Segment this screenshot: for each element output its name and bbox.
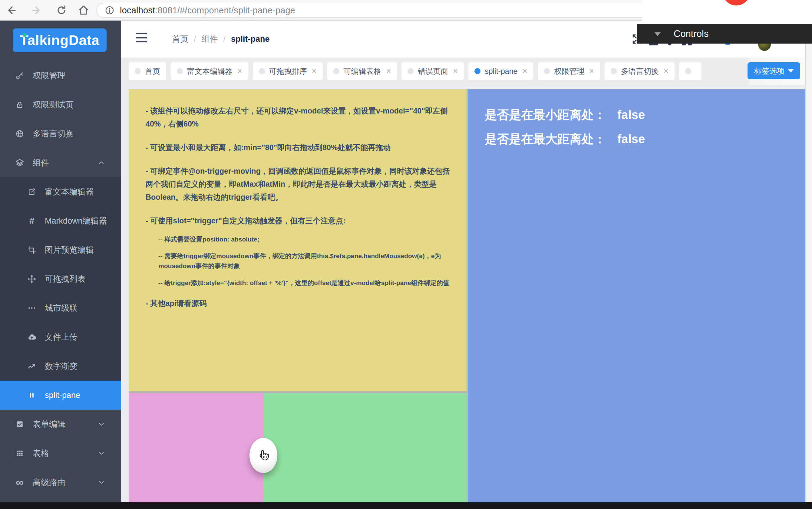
sidebar-item-split-pane[interactable]: split-pane: [0, 381, 121, 410]
sidebar-item-label: 组件: [33, 157, 49, 168]
breadcrumb-separator: /: [223, 34, 226, 44]
desc-paragraph: - 可绑定事件@on-trigger-moving，回调函数的返回值是鼠标事件对…: [145, 165, 450, 204]
tab-dot-icon: [135, 68, 141, 74]
controls-label: Controls: [674, 28, 709, 39]
tab-close-icon[interactable]: ×: [523, 67, 527, 75]
tab-partial[interactable]: [679, 62, 702, 80]
home-icon[interactable]: [77, 4, 90, 16]
controls-bar[interactable]: Controls: [637, 24, 812, 43]
sidebar-item-i18n[interactable]: 多语言切换: [0, 119, 121, 148]
forward-icon[interactable]: [31, 4, 43, 16]
tab-label: 首页: [145, 66, 160, 76]
nested-split-left-pane: [129, 393, 263, 502]
page-scrollbar[interactable]: [805, 21, 812, 502]
tab-close-icon[interactable]: ×: [664, 67, 669, 75]
at-min-label: 是否是在最小距离处：: [485, 109, 606, 121]
tab-editable-table[interactable]: 可编辑表格 ×: [327, 62, 397, 80]
sidebar-item-rich-editor[interactable]: 富文本编辑器: [0, 177, 121, 206]
bottom-edge-bar: [0, 502, 812, 509]
sidebar-item-advanced-router[interactable]: ∞ 高级路由: [0, 468, 121, 497]
infinity-icon: ∞: [14, 477, 25, 487]
record-button-icon[interactable]: [722, 0, 750, 5]
at-max-label: 是否是在最大距离处：: [485, 133, 606, 145]
tab-close-icon[interactable]: ×: [237, 67, 242, 75]
tab-home[interactable]: 首页: [129, 62, 166, 80]
split-right-pane: 是否是在最小距离处： false 是否是在最大距离处： false: [468, 89, 805, 502]
key-icon: [14, 70, 25, 81]
chevron-down-icon: [97, 420, 105, 428]
breadcrumb-home[interactable]: 首页: [172, 34, 188, 44]
tab-label: 多语言切换: [621, 66, 659, 76]
sidebar-item-permission[interactable]: 权限管理: [0, 61, 121, 90]
tab-label: split-pane: [485, 67, 517, 76]
desc-paragraph: - 可设置最小和最大距离，如:min="80"即向右拖动到80%处就不能再拖动: [145, 141, 450, 154]
sidebar-item-label: 可拖拽列表: [45, 274, 86, 284]
tag-options-panel: 标签选项: [746, 58, 812, 85]
tab-dot-icon: [333, 68, 339, 74]
tab-label: 错误页面: [418, 66, 448, 76]
caret-down-icon: [788, 69, 793, 73]
sidebar-item-draggable-list[interactable]: 可拖拽列表: [0, 265, 121, 294]
breadcrumb-separator: /: [194, 34, 196, 44]
sidebar-item-count-to[interactable]: 数字渐变: [0, 352, 121, 381]
tab-split-pane[interactable]: split-pane ×: [468, 62, 533, 80]
move-icon: [27, 274, 37, 284]
sidebar-item-label: 权限管理: [33, 70, 65, 81]
chevron-up-icon: [97, 159, 105, 167]
cloud-upload-icon: [27, 332, 37, 342]
tab-draggable-sort[interactable]: 可拖拽排序 ×: [253, 62, 323, 80]
app-logo[interactable]: TalkingData: [13, 28, 106, 52]
tab-close-icon[interactable]: ×: [386, 67, 391, 75]
tab-close-icon[interactable]: ×: [453, 67, 458, 75]
reload-icon[interactable]: [56, 4, 67, 16]
chevron-down-icon: [97, 478, 105, 486]
tab-rich-editor[interactable]: 富文本编辑器 ×: [171, 62, 248, 80]
url-text: localhost:8081/#/component/split-pane-pa…: [120, 5, 295, 15]
at-min-value: false: [617, 109, 645, 121]
compose-icon: [27, 187, 37, 197]
breadcrumb-components[interactable]: 组件: [202, 34, 218, 44]
at-min-status: 是否是在最小距离处： false: [485, 109, 805, 121]
sidebar-item-label: 富文本编辑器: [45, 186, 94, 197]
desc-paragraph: - 其他api请看源码: [145, 297, 450, 310]
tab-label: 可拖拽排序: [269, 66, 307, 76]
breadcrumb-current: split-pane: [231, 34, 270, 44]
sidebar-item-permission-test[interactable]: 权限测试页: [0, 90, 121, 119]
sidebar-item-image-editor[interactable]: 图片预览编辑: [0, 235, 121, 265]
hamburger-menu-icon[interactable]: [136, 33, 147, 42]
sidebar-item-markdown[interactable]: # Markdown编辑器: [0, 206, 121, 235]
sidebar-item-label: 图片预览编辑: [45, 244, 94, 256]
sidebar-item-form-edit[interactable]: 表单编辑: [0, 410, 121, 439]
sidebar-item-tables[interactable]: 表格: [0, 439, 121, 468]
sidebar-item-components[interactable]: 组件: [0, 148, 121, 177]
tab-error-page[interactable]: 错误页面 ×: [401, 62, 464, 80]
tab-close-icon[interactable]: ×: [589, 67, 594, 75]
tab-permission[interactable]: 权限管理 ×: [538, 62, 600, 80]
tab-dot-icon: [177, 68, 183, 74]
tab-i18n[interactable]: 多语言切换 ×: [605, 62, 675, 80]
sidebar-item-label: split-pane: [45, 391, 80, 400]
tab-dot-icon: [685, 68, 691, 74]
sidebar-item-label: 城市级联: [45, 303, 77, 313]
tab-dot-icon: [475, 68, 481, 74]
caret-down-icon: [654, 32, 661, 36]
desc-sub-item: -- 给trigger添加:style="{width: offset + '%…: [158, 278, 450, 288]
tag-options-button[interactable]: 标签选项: [748, 62, 800, 79]
sidebar-item-city-cascade[interactable]: 城市级联: [0, 294, 121, 323]
custom-drag-trigger[interactable]: [250, 438, 277, 473]
sidebar-item-label: 表格: [33, 448, 49, 459]
desc-paragraph: - 可使用slot="trigger"自定义拖动触发器，但有三个注意点:: [145, 214, 450, 227]
nested-split-right-pane: [263, 393, 466, 502]
at-max-status: 是否是在最大距离处： false: [485, 133, 805, 145]
split-pane-description: - 该组件可以拖动修改左右尺寸，还可以绑定v-model来设置，如设置v-mod…: [129, 89, 466, 310]
tag-options-label: 标签选项: [754, 66, 784, 76]
sidebar-item-label: 高级路由: [33, 477, 65, 488]
sidebar-item-file-upload[interactable]: 文件上传: [0, 323, 121, 352]
tabs-list: 首页 富文本编辑器 × 可拖拽排序 × 可编辑表格 × 错误页面 × split…: [129, 62, 702, 80]
tab-close-icon[interactable]: ×: [312, 67, 317, 75]
back-icon[interactable]: [5, 4, 17, 16]
site-info-icon[interactable]: [105, 5, 115, 15]
sidebar-item-label: 权限测试页: [33, 99, 73, 110]
hash-icon: #: [27, 216, 37, 226]
tab-label: 富文本编辑器: [187, 66, 232, 76]
